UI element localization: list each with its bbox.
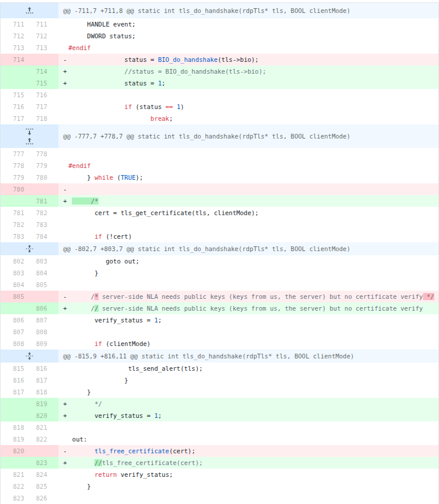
old-line-number[interactable]: 782 xyxy=(1,219,30,230)
new-line-number[interactable] xyxy=(30,291,58,302)
new-line-number[interactable]: 826 xyxy=(30,492,58,504)
old-line-number[interactable]: 823 xyxy=(1,492,30,504)
old-line-number[interactable]: 819 xyxy=(1,433,30,445)
new-line-number[interactable]: 803 xyxy=(30,255,58,267)
code-token: (!cert) xyxy=(102,233,132,240)
new-line-number[interactable]: 714 xyxy=(30,65,58,77)
new-line-number[interactable]: 780 xyxy=(30,172,58,183)
old-line-number[interactable] xyxy=(1,398,30,410)
new-line-number[interactable]: 806 xyxy=(30,302,58,314)
old-line-number[interactable]: 717 xyxy=(1,113,30,124)
old-line-number[interactable]: 713 xyxy=(1,42,30,54)
word-diff-highlight: // xyxy=(94,459,102,466)
old-line-number[interactable]: 815 xyxy=(1,363,30,374)
diff-code-row: 805- /* server-side NLA needs public key… xyxy=(1,291,438,302)
new-line-number[interactable] xyxy=(30,445,58,457)
diff-code-row: 714+ //status = BIO_do_handshake(tls->bi… xyxy=(1,65,438,77)
old-line-number[interactable] xyxy=(1,302,30,314)
old-line-number[interactable]: 817 xyxy=(1,386,30,398)
old-line-number[interactable] xyxy=(1,65,30,77)
fold-down-button[interactable] xyxy=(25,127,34,136)
old-line-number[interactable]: 822 xyxy=(1,480,30,492)
old-line-number[interactable] xyxy=(1,195,30,207)
old-line-number[interactable]: 803 xyxy=(1,267,30,279)
new-line-number[interactable]: 717 xyxy=(30,101,58,113)
old-line-number[interactable]: 781 xyxy=(1,207,30,219)
new-line-number[interactable]: 781 xyxy=(30,195,58,207)
new-line-number[interactable]: 823 xyxy=(30,457,58,469)
old-line-number[interactable]: 780 xyxy=(1,183,30,195)
code-token: ( xyxy=(113,174,121,181)
old-line-number[interactable] xyxy=(1,77,30,89)
code-token: ; xyxy=(158,412,162,419)
hunk-header-row: @@ -711,7 +711,8 @@ static int tls_do_ha… xyxy=(1,3,438,18)
unfold-button[interactable] xyxy=(25,352,34,360)
old-line-number[interactable]: 779 xyxy=(1,172,30,183)
old-line-number[interactable]: 808 xyxy=(1,338,30,350)
new-line-number[interactable]: 784 xyxy=(30,230,58,242)
old-line-number[interactable]: 778 xyxy=(1,160,30,172)
new-line-number[interactable]: 718 xyxy=(30,113,58,124)
new-line-number[interactable]: 825 xyxy=(30,480,58,492)
code-token: cert = tls_get_certificate(tls, clientMo… xyxy=(68,209,258,216)
new-line-number[interactable]: 715 xyxy=(30,77,58,89)
new-line-number[interactable]: 818 xyxy=(30,386,58,398)
code-line: } xyxy=(58,386,438,398)
old-line-number[interactable]: 820 xyxy=(1,445,30,457)
code-token: TRUE xyxy=(121,174,136,181)
old-line-number[interactable]: 816 xyxy=(1,374,30,386)
code-line: out: xyxy=(58,433,438,445)
old-line-number[interactable]: 715 xyxy=(1,89,30,101)
new-line-number[interactable]: 779 xyxy=(30,160,58,172)
old-line-number[interactable]: 777 xyxy=(1,148,30,160)
fold-up-icon xyxy=(25,137,34,146)
old-line-number[interactable] xyxy=(1,457,30,469)
old-line-number[interactable]: 783 xyxy=(1,230,30,242)
old-line-number[interactable]: 821 xyxy=(1,469,30,480)
fold-up-button[interactable] xyxy=(25,137,34,146)
new-line-number[interactable]: 821 xyxy=(30,421,58,433)
new-line-number[interactable]: 820 xyxy=(30,410,58,421)
diff-code-row: 822825 } xyxy=(1,480,438,492)
new-line-number[interactable]: 822 xyxy=(30,433,58,445)
old-line-number[interactable]: 714 xyxy=(1,54,30,65)
old-line-number[interactable] xyxy=(1,410,30,421)
diff-marker: + xyxy=(63,457,68,469)
old-line-number[interactable]: 804 xyxy=(1,279,30,291)
new-line-number[interactable]: 713 xyxy=(30,42,58,54)
new-line-number[interactable]: 782 xyxy=(30,207,58,219)
new-line-number[interactable] xyxy=(30,54,58,65)
old-line-number[interactable]: 712 xyxy=(1,30,30,42)
new-line-number[interactable]: 804 xyxy=(30,267,58,279)
new-line-number[interactable]: 817 xyxy=(30,374,58,386)
hunk-header-text: @@ -815,9 +816,11 @@ static int tls_do_h… xyxy=(58,350,438,363)
code-token xyxy=(68,447,94,454)
diff-marker xyxy=(63,172,68,183)
new-line-number[interactable]: 819 xyxy=(30,398,58,410)
old-line-number[interactable]: 807 xyxy=(1,326,30,338)
old-line-number[interactable]: 716 xyxy=(1,101,30,113)
new-line-number[interactable]: 716 xyxy=(30,89,58,101)
new-line-number[interactable]: 778 xyxy=(30,148,58,160)
fold-up-button[interactable] xyxy=(25,6,34,15)
new-line-number[interactable]: 816 xyxy=(30,363,58,374)
new-line-number[interactable]: 783 xyxy=(30,219,58,230)
old-line-number[interactable]: 805 xyxy=(1,291,30,302)
old-line-number[interactable]: 818 xyxy=(1,421,30,433)
new-line-number[interactable]: 809 xyxy=(30,338,58,350)
old-line-number[interactable]: 806 xyxy=(1,314,30,326)
new-line-number[interactable]: 712 xyxy=(30,30,58,42)
hunk-header-text: @@ -802,7 +803,7 @@ static int tls_do_ha… xyxy=(58,242,438,255)
new-line-number[interactable] xyxy=(30,183,58,195)
new-line-number[interactable]: 805 xyxy=(30,279,58,291)
new-line-number[interactable]: 711 xyxy=(30,18,58,30)
unfold-button[interactable] xyxy=(25,245,34,253)
new-line-number[interactable]: 807 xyxy=(30,314,58,326)
old-line-number[interactable]: 802 xyxy=(1,255,30,267)
old-line-number[interactable]: 711 xyxy=(1,18,30,30)
diff-marker xyxy=(63,148,68,160)
diff-marker: + xyxy=(63,410,68,421)
new-line-number[interactable]: 808 xyxy=(30,326,58,338)
new-line-number[interactable]: 824 xyxy=(30,469,58,480)
diff-code-row: 716717 if (status == 1) xyxy=(1,101,438,113)
